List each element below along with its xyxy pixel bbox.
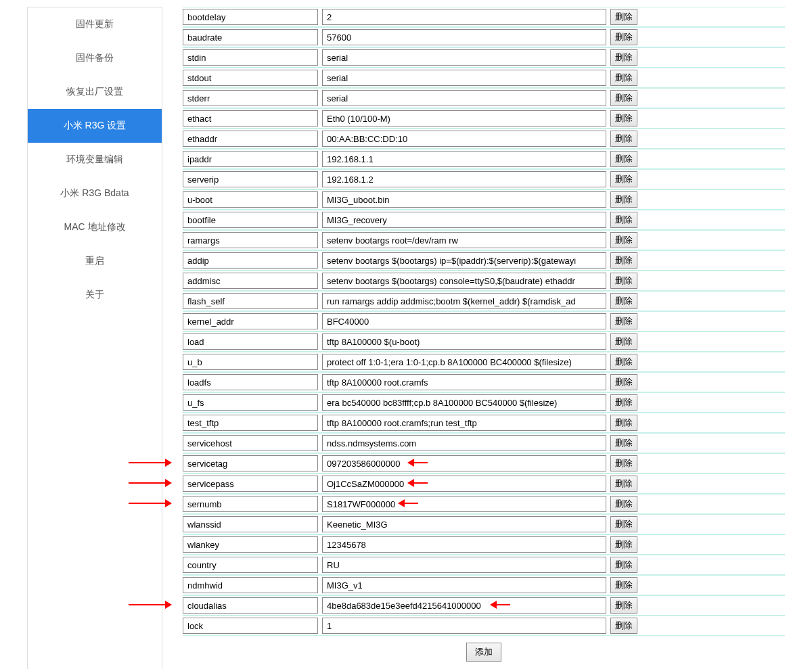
env-value-input[interactable] (322, 374, 606, 390)
env-key-input[interactable] (183, 455, 318, 471)
delete-button[interactable]: 删除 (610, 476, 637, 492)
delete-button[interactable]: 删除 (610, 293, 637, 309)
delete-button[interactable]: 删除 (610, 435, 637, 451)
env-value-input[interactable] (322, 90, 606, 106)
env-key-input[interactable] (183, 151, 318, 167)
env-value-input[interactable] (322, 435, 606, 451)
sidebar-item-2[interactable]: 恢复出厂设置 (28, 75, 162, 109)
env-key-input[interactable] (183, 333, 318, 350)
env-key-input[interactable] (183, 110, 318, 126)
env-value-input[interactable] (322, 476, 606, 492)
env-value-input[interactable] (322, 232, 606, 248)
env-key-input[interactable] (183, 232, 318, 248)
env-key-input[interactable] (183, 618, 318, 634)
env-value-input[interactable] (322, 252, 606, 269)
env-value-input[interactable] (322, 557, 606, 573)
env-value-input[interactable] (322, 273, 606, 289)
delete-button[interactable]: 删除 (610, 49, 637, 66)
delete-button[interactable]: 删除 (610, 557, 637, 573)
env-value-input[interactable] (322, 516, 606, 532)
delete-button[interactable]: 删除 (610, 273, 637, 289)
env-value-input[interactable] (322, 29, 606, 45)
env-value-input[interactable] (322, 618, 606, 634)
env-value-input[interactable] (322, 293, 606, 309)
delete-button[interactable]: 删除 (610, 618, 637, 634)
env-key-input[interactable] (183, 273, 318, 289)
sidebar-item-7[interactable]: 重启 (28, 244, 162, 278)
env-key-input[interactable] (183, 70, 318, 86)
env-value-input[interactable] (322, 70, 606, 86)
delete-button[interactable]: 删除 (610, 597, 637, 614)
env-value-input[interactable] (322, 455, 606, 471)
env-key-input[interactable] (183, 557, 318, 573)
delete-button[interactable]: 删除 (610, 496, 637, 512)
env-value-input[interactable] (322, 9, 606, 25)
env-key-input[interactable] (183, 516, 318, 532)
env-key-input[interactable] (183, 536, 318, 553)
delete-button[interactable]: 删除 (610, 455, 637, 471)
env-key-input[interactable] (183, 293, 318, 309)
env-key-input[interactable] (183, 394, 318, 411)
env-value-input[interactable] (322, 212, 606, 228)
delete-button[interactable]: 删除 (610, 232, 637, 248)
delete-button[interactable]: 删除 (610, 577, 637, 593)
delete-button[interactable]: 删除 (610, 415, 637, 431)
env-value-input[interactable] (322, 110, 606, 126)
delete-button[interactable]: 删除 (610, 212, 637, 228)
sidebar-item-5[interactable]: 小米 R3G Bdata (28, 177, 162, 210)
sidebar-item-1[interactable]: 固件备份 (28, 41, 162, 75)
env-value-input[interactable] (322, 394, 606, 411)
env-key-input[interactable] (183, 29, 318, 45)
env-value-input[interactable] (322, 151, 606, 167)
env-key-input[interactable] (183, 90, 318, 106)
delete-button[interactable]: 删除 (610, 90, 637, 106)
env-key-input[interactable] (183, 252, 318, 269)
env-key-input[interactable] (183, 374, 318, 390)
env-value-input[interactable] (322, 313, 606, 329)
env-key-input[interactable] (183, 415, 318, 431)
env-key-input[interactable] (183, 496, 318, 512)
env-value-input[interactable] (322, 171, 606, 187)
env-key-input[interactable] (183, 49, 318, 66)
delete-button[interactable]: 删除 (610, 171, 637, 187)
env-key-input[interactable] (183, 313, 318, 329)
env-value-input[interactable] (322, 191, 606, 208)
add-button[interactable]: 添加 (466, 643, 501, 662)
env-key-input[interactable] (183, 171, 318, 187)
delete-button[interactable]: 删除 (610, 354, 637, 370)
sidebar-item-4[interactable]: 环境变量编辑 (28, 143, 162, 177)
sidebar-item-6[interactable]: MAC 地址修改 (28, 210, 162, 244)
env-value-input[interactable] (322, 415, 606, 431)
delete-button[interactable]: 删除 (610, 374, 637, 390)
delete-button[interactable]: 删除 (610, 110, 637, 126)
delete-button[interactable]: 删除 (610, 516, 637, 532)
env-value-input[interactable] (322, 597, 606, 614)
sidebar-item-8[interactable]: 关于 (28, 278, 162, 312)
env-key-input[interactable] (183, 212, 318, 228)
delete-button[interactable]: 删除 (610, 252, 637, 269)
env-value-input[interactable] (322, 49, 606, 66)
env-key-input[interactable] (183, 435, 318, 451)
sidebar-item-3[interactable]: 小米 R3G 设置 (28, 109, 162, 143)
env-key-input[interactable] (183, 597, 318, 614)
env-value-input[interactable] (322, 577, 606, 593)
env-key-input[interactable] (183, 191, 318, 208)
delete-button[interactable]: 删除 (610, 29, 637, 45)
env-key-input[interactable] (183, 9, 318, 25)
delete-button[interactable]: 删除 (610, 151, 637, 167)
delete-button[interactable]: 删除 (610, 131, 637, 147)
delete-button[interactable]: 删除 (610, 313, 637, 329)
env-value-input[interactable] (322, 131, 606, 147)
env-value-input[interactable] (322, 354, 606, 370)
delete-button[interactable]: 删除 (610, 9, 637, 25)
delete-button[interactable]: 删除 (610, 536, 637, 553)
env-key-input[interactable] (183, 577, 318, 593)
env-key-input[interactable] (183, 131, 318, 147)
env-value-input[interactable] (322, 333, 606, 350)
delete-button[interactable]: 删除 (610, 333, 637, 350)
delete-button[interactable]: 删除 (610, 70, 637, 86)
sidebar-item-0[interactable]: 固件更新 (28, 7, 162, 41)
env-value-input[interactable] (322, 536, 606, 553)
delete-button[interactable]: 删除 (610, 191, 637, 208)
env-key-input[interactable] (183, 354, 318, 370)
